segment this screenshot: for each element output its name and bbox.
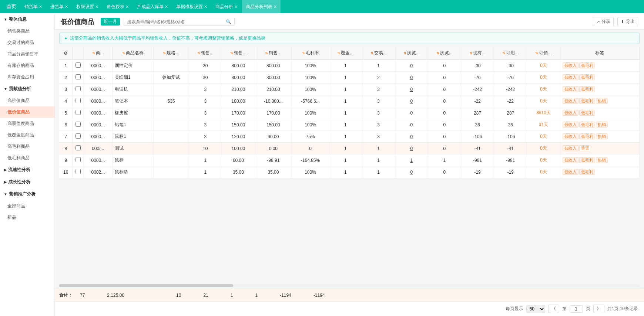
- sidebar-item-low-coverage[interactable]: 低覆盖度商品: [0, 129, 54, 141]
- nav-template[interactable]: 单据模板设置 ✕: [172, 0, 211, 13]
- export-button[interactable]: ⬆ 导出: [617, 17, 638, 26]
- td-col7[interactable]: 0: [395, 95, 428, 107]
- td-checkbox[interactable]: [73, 84, 84, 95]
- col7-link[interactable]: 0: [410, 170, 413, 175]
- td-col7[interactable]: 0: [395, 119, 428, 131]
- th-sales1[interactable]: ⇅销售...: [189, 47, 222, 60]
- horizontal-scrollbar[interactable]: [59, 284, 640, 287]
- nav-close-roles[interactable]: ✕: [125, 4, 129, 9]
- next-page-button[interactable]: 》: [593, 305, 604, 313]
- td-col7[interactable]: 0: [395, 72, 428, 84]
- col7-link[interactable]: 1: [410, 158, 413, 163]
- td-col7[interactable]: 0: [395, 166, 428, 178]
- nav-close-goods-analysis-list[interactable]: ✕: [274, 4, 277, 9]
- td-col7[interactable]: 0: [395, 107, 428, 119]
- td-checkbox[interactable]: [73, 95, 84, 107]
- nav-home[interactable]: 首页: [3, 0, 20, 13]
- td-checkbox[interactable]: [73, 131, 84, 143]
- scrollbar-thumb[interactable]: [59, 284, 233, 287]
- th-name[interactable]: ⇅商品名称: [113, 47, 154, 60]
- th-saleable[interactable]: ⇅可销...: [527, 47, 560, 60]
- nav-goods-analysis[interactable]: 商品分析 ✕: [212, 0, 241, 13]
- nav-close-permissions[interactable]: ✕: [95, 4, 98, 9]
- col7-link[interactable]: 0: [410, 146, 413, 151]
- sidebar-item-category-sales[interactable]: 商品分类销售率: [0, 48, 54, 60]
- th-transaction[interactable]: ⇅交易...: [362, 47, 395, 60]
- th-sales2[interactable]: ⇅销售...: [222, 47, 255, 60]
- th-spec[interactable]: ⇅规格...: [154, 47, 189, 60]
- nav-goods-analysis-list[interactable]: 商品分析列表 ✕: [242, 0, 281, 13]
- th-code[interactable]: ⇅商...: [84, 47, 113, 60]
- th-views2[interactable]: ⇅浏览...: [428, 47, 461, 60]
- td-checkbox[interactable]: [73, 60, 84, 72]
- nav-purchase[interactable]: 进货单 ✕: [47, 0, 72, 13]
- td-col7[interactable]: 1: [395, 154, 428, 166]
- col7-link[interactable]: 0: [410, 134, 413, 139]
- col7-link[interactable]: 0: [410, 111, 413, 116]
- sidebar-item-stock-goods[interactable]: 有库存的商品: [0, 60, 54, 71]
- prev-page-button[interactable]: 《: [548, 305, 559, 313]
- td-checkbox[interactable]: [73, 107, 84, 119]
- sidebar-item-sales-goods[interactable]: 销售类商品: [0, 26, 54, 37]
- sidebar-item-high-coverage[interactable]: 高覆盖度商品: [0, 118, 54, 129]
- sidebar-section-contribution[interactable]: ▼ 贡献值分析: [0, 83, 54, 95]
- nav-permissions[interactable]: 权限设置 ✕: [73, 0, 102, 13]
- nav-roles[interactable]: 角色授权 ✕: [103, 0, 133, 13]
- sidebar-item-new-goods[interactable]: 新品: [0, 212, 54, 223]
- period-tag-button[interactable]: 近一月: [101, 18, 120, 26]
- arrow-growth-icon: ▶: [4, 180, 7, 184]
- td-col7[interactable]: 0: [395, 131, 428, 143]
- sidebar-item-low-margin[interactable]: 低毛利商品: [0, 152, 54, 164]
- search-input[interactable]: [127, 19, 224, 24]
- th-settings[interactable]: ⚙: [59, 47, 73, 60]
- th-coverage[interactable]: ⇅覆盖...: [329, 47, 362, 60]
- th-current[interactable]: ⇅现有...: [461, 47, 494, 60]
- nav-close-goods-analysis[interactable]: ✕: [234, 4, 238, 9]
- per-page-select[interactable]: 50 100 200: [526, 305, 545, 313]
- td-index: 7: [59, 131, 73, 143]
- td-spec: 参加复试: [154, 72, 189, 84]
- share-button[interactable]: ↗ 分享: [593, 17, 614, 26]
- nav-close-sales[interactable]: ✕: [39, 4, 42, 9]
- col7-link[interactable]: 0: [410, 87, 413, 92]
- nav-sales[interactable]: 销货单 ✕: [21, 0, 46, 13]
- td-checkbox[interactable]: [73, 143, 84, 154]
- sidebar-item-traded-goods[interactable]: 交易过的商品: [0, 37, 54, 48]
- sidebar-section-velocity[interactable]: ▶ 流速性分析: [0, 164, 54, 176]
- col7-link[interactable]: 0: [410, 122, 413, 128]
- td-checkbox[interactable]: [73, 72, 84, 84]
- sidebar-item-stock-capital[interactable]: 库存资金占用: [0, 71, 54, 83]
- td-checkbox[interactable]: [73, 119, 84, 131]
- td-checkbox[interactable]: [73, 166, 84, 178]
- table-row: 7 0000... 鼠标1 3 120.00 90.00 75% 1 3 0 0…: [59, 131, 640, 143]
- col7-link[interactable]: 0: [410, 63, 413, 68]
- td-checkbox[interactable]: [73, 154, 84, 166]
- td-col10: -981: [494, 154, 527, 166]
- sidebar-section-marketing[interactable]: ▼ 营销推广分析: [0, 188, 54, 200]
- nav-stock-in[interactable]: 产成品入库单 ✕: [133, 0, 172, 13]
- sidebar-item-low-value[interactable]: 低价值商品: [0, 106, 54, 118]
- nav-close-stock-in[interactable]: ✕: [165, 4, 168, 9]
- sidebar-item-high-value[interactable]: 高价值商品: [0, 95, 54, 106]
- col7-link[interactable]: 0: [410, 99, 413, 104]
- th-sales3[interactable]: ⇅销售...: [255, 47, 292, 60]
- page-number-input[interactable]: [570, 305, 583, 313]
- td-col7[interactable]: 0: [395, 84, 428, 95]
- col7-link[interactable]: 0: [410, 75, 413, 80]
- table-wrapper[interactable]: ⚙ ⇅商... ⇅商品名称 ⇅规格... ⇅销售... ⇅销售... ⇅销售..…: [55, 47, 644, 284]
- nav-close-purchase[interactable]: ✕: [65, 4, 68, 9]
- tag-low-margin: 低毛利: [579, 169, 595, 175]
- sidebar-item-high-margin[interactable]: 高毛利商品: [0, 141, 54, 152]
- td-col7[interactable]: 0: [395, 143, 428, 154]
- sidebar-item-all-goods[interactable]: 全部商品: [0, 200, 54, 212]
- nav-close-template[interactable]: ✕: [204, 4, 207, 9]
- td-name: 鼠标: [113, 154, 154, 166]
- sidebar-section-overall[interactable]: ▼ 整体信息: [0, 13, 54, 26]
- th-views1[interactable]: ⇅浏览...: [395, 47, 428, 60]
- td-col1: 3: [189, 84, 222, 95]
- th-available[interactable]: ⇅可用...: [494, 47, 527, 60]
- td-col7[interactable]: 0: [395, 60, 428, 72]
- th-margin[interactable]: ⇅毛利率: [292, 47, 329, 60]
- sidebar-section-growth[interactable]: ▶ 成长性分析: [0, 176, 54, 188]
- td-code: 0000...: [84, 119, 113, 131]
